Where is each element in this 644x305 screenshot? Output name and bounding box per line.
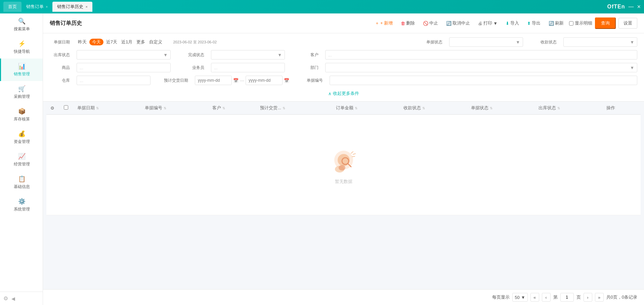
filter-row-3: 商品 ... 业务员 ... 部门 ▼ bbox=[50, 63, 637, 72]
sidebar-item-inventory-calc[interactable]: 📦 库存核算 bbox=[0, 104, 43, 126]
th-order-status-label: 单据状态 bbox=[471, 105, 488, 111]
calendar-from-icon[interactable]: 📅 bbox=[233, 78, 239, 83]
expected-date-to-input[interactable] bbox=[246, 76, 283, 85]
sidebar-item-finance-mgmt[interactable]: 💰 资金管理 bbox=[0, 126, 43, 149]
th-order-status-sort[interactable]: 单据状态 ⇅ bbox=[471, 105, 530, 111]
ship-status-select[interactable]: ▼ bbox=[77, 50, 171, 60]
sys-mgmt-icon: ⚙️ bbox=[18, 198, 26, 205]
expected-date-from-input[interactable] bbox=[195, 76, 232, 85]
pagination-bar: 每页显示 50 ▼ « ‹ 第 页 › » 共0页，0条记录 bbox=[43, 289, 644, 305]
new-button[interactable]: ＋ + 新增 bbox=[372, 19, 395, 28]
filter-row-2: 出库状态 ▼ 完成状态 ▼ 客户 ... bbox=[50, 50, 637, 60]
query-button[interactable]: 查询 bbox=[595, 17, 616, 29]
tab-home-label: 首页 bbox=[8, 4, 17, 10]
tab-home[interactable]: 首页 bbox=[3, 2, 22, 12]
tab-sales-order[interactable]: 销售订单 × bbox=[22, 2, 52, 12]
th-number[interactable]: 单据编号 ⇅ bbox=[141, 102, 208, 115]
delete-button[interactable]: 🗑 删除 bbox=[398, 19, 418, 28]
th-amount-sort[interactable]: 订单金额 ⇅ bbox=[336, 105, 395, 111]
page-number-input[interactable] bbox=[560, 293, 574, 302]
dept-label: 部门 bbox=[298, 65, 318, 71]
import-button[interactable]: ⬇ 导入 bbox=[503, 19, 522, 28]
th-ship-status-sort[interactable]: 出库状态 ⇅ bbox=[539, 105, 598, 111]
th-order-status[interactable]: 单据状态 ⇅ bbox=[467, 102, 534, 115]
settings-button[interactable]: 设置 bbox=[618, 18, 637, 29]
svg-point-8 bbox=[339, 165, 345, 170]
page-last-btn[interactable]: » bbox=[595, 293, 604, 302]
import-icon: ⬇ bbox=[506, 21, 509, 26]
th-amount[interactable]: 订单金额 ⇅ bbox=[332, 102, 399, 115]
date-more-btn[interactable]: 更多 bbox=[135, 38, 146, 46]
salesperson-input[interactable]: ... bbox=[211, 63, 285, 72]
th-customer-sort[interactable]: 客户 ⇅ bbox=[212, 105, 252, 111]
date-last7-btn[interactable]: 近7天 bbox=[105, 38, 119, 46]
goods-label: 商品 bbox=[50, 65, 70, 71]
th-number-sort[interactable]: 单据编号 ⇅ bbox=[145, 105, 204, 111]
show-details-checkbox-label[interactable]: 显示明细 bbox=[569, 20, 592, 26]
finance-mgmt-icon: 💰 bbox=[18, 130, 26, 138]
warehouse-input[interactable]: ... bbox=[77, 76, 151, 85]
th-checkbox[interactable] bbox=[60, 102, 73, 115]
sidebar-collapse-icon[interactable]: ◀ bbox=[11, 296, 15, 301]
select-all-checkbox[interactable] bbox=[64, 105, 68, 110]
th-customer[interactable]: 客户 ⇅ bbox=[208, 102, 256, 115]
sidebar-settings-icon[interactable]: ⚙ bbox=[3, 295, 8, 302]
page-size-select[interactable]: 50 ▼ bbox=[512, 293, 527, 302]
th-ship-status-sort-icon: ⇅ bbox=[557, 106, 560, 110]
sidebar-item-sales-mgmt[interactable]: 📊 销售管理 bbox=[0, 59, 43, 81]
sidebar-item-purchase-mgmt[interactable]: 🛒 采购管理 bbox=[0, 81, 43, 104]
filter-area: 单据日期 昨天 今天 近7天 近1月 更多 bbox=[43, 33, 644, 102]
order-number-input[interactable] bbox=[330, 76, 637, 85]
calendar-to-icon[interactable]: 📅 bbox=[284, 78, 289, 83]
page-next-btn[interactable]: › bbox=[584, 293, 592, 302]
search-menu-icon: 🔍 bbox=[18, 17, 26, 25]
th-date-sort[interactable]: 单据日期 ⇅ bbox=[77, 105, 137, 111]
print-button[interactable]: 🖨 打印 ▼ bbox=[475, 19, 500, 28]
sidebar-item-search-menu-label: 搜索菜单 bbox=[14, 26, 30, 32]
customer-input[interactable]: ... bbox=[325, 50, 637, 60]
goods-input[interactable]: ... bbox=[77, 63, 171, 72]
sidebar-item-ops-mgmt[interactable]: 📈 经营管理 bbox=[0, 149, 43, 171]
minimize-btn[interactable]: — bbox=[628, 4, 634, 10]
tab-sales-order-close[interactable]: × bbox=[46, 5, 48, 9]
complete-status-select[interactable]: ▼ bbox=[211, 50, 285, 60]
cancel-stop-button[interactable]: 🔄 取消中止 bbox=[443, 19, 473, 28]
th-settings[interactable]: ⚙ bbox=[46, 102, 60, 115]
close-btn[interactable]: × bbox=[637, 3, 641, 10]
date-custom-btn[interactable]: 自定义 bbox=[148, 38, 164, 46]
stop-button[interactable]: 🚫 中止 bbox=[420, 19, 441, 28]
sidebar-item-sales-mgmt-label: 销售管理 bbox=[14, 71, 30, 77]
th-ship-status[interactable]: 出库状态 ⇅ bbox=[534, 102, 602, 115]
page-first-btn[interactable]: « bbox=[530, 293, 539, 302]
table-settings-icon[interactable]: ⚙ bbox=[50, 106, 54, 111]
purchase-mgmt-icon: 🛒 bbox=[18, 85, 26, 92]
expected-date-wrap: 📅 — 📅 bbox=[195, 76, 289, 85]
order-status-select[interactable]: ▼ bbox=[449, 37, 523, 47]
dept-select[interactable]: ▼ bbox=[325, 63, 637, 72]
tab-sales-order-history-close[interactable]: × bbox=[85, 5, 87, 9]
date-lastmonth-btn[interactable]: 近1月 bbox=[120, 38, 134, 46]
dept-arrow: ▼ bbox=[630, 65, 634, 70]
tab-sales-order-history[interactable]: 销售订单历史 × bbox=[52, 2, 92, 12]
sidebar-item-base-info[interactable]: 📋 基础信息 bbox=[0, 171, 43, 194]
date-today-badge[interactable]: 今天 bbox=[89, 39, 103, 45]
date-yesterday-btn[interactable]: 昨天 bbox=[77, 38, 88, 46]
th-actions-label: 操作 bbox=[606, 105, 615, 110]
refresh-button[interactable]: 🔄 刷新 bbox=[546, 19, 566, 28]
sidebar-item-search-menu[interactable]: 🔍 搜索菜单 bbox=[0, 13, 43, 36]
cancel-stop-label: 取消中止 bbox=[453, 20, 470, 26]
th-expected-date-sort[interactable]: 预计交货... ⇅ bbox=[260, 105, 328, 111]
th-customer-sort-icon: ⇅ bbox=[222, 106, 225, 110]
th-payment-status[interactable]: 收款状态 ⇅ bbox=[399, 102, 467, 115]
page-prev-btn[interactable]: ‹ bbox=[542, 293, 551, 302]
collapse-row[interactable]: ∧ 收起更多条件 bbox=[50, 88, 637, 97]
sidebar-item-sys-mgmt[interactable]: ⚙️ 系统管理 bbox=[0, 194, 43, 216]
th-date[interactable]: 单据日期 ⇅ bbox=[73, 102, 141, 115]
th-expected-date[interactable]: 预计交货... ⇅ bbox=[256, 102, 332, 115]
payment-status-select[interactable]: ▼ bbox=[563, 37, 637, 47]
sidebar-item-quick-nav[interactable]: ⚡ 快捷导航 bbox=[0, 36, 43, 59]
show-details-checkbox[interactable] bbox=[569, 21, 573, 26]
filter-row-4: 仓库 ... 预计交货日期 📅 — 📅 单据编号 bbox=[50, 76, 637, 85]
export-button[interactable]: ⬆ 导出 bbox=[524, 19, 543, 28]
th-payment-status-sort[interactable]: 收款状态 ⇅ bbox=[403, 105, 463, 111]
